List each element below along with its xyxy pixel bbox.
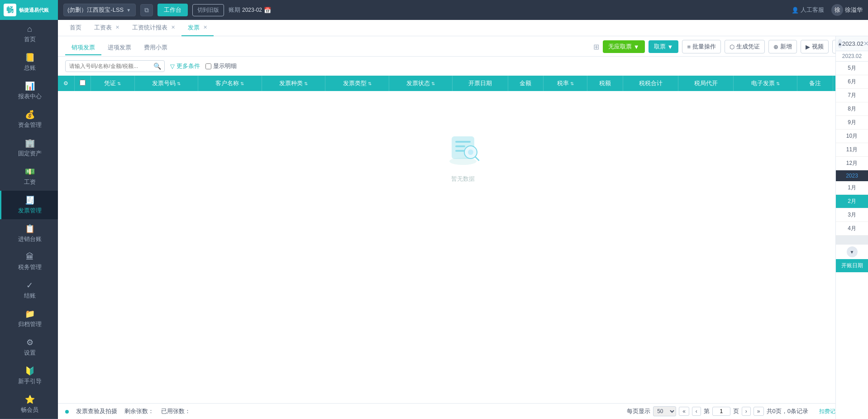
company-selector[interactable]: (勿删）江西股宝-LSS ▼: [63, 4, 136, 16]
sub-tab-expense-receipt[interactable]: 费用小票: [138, 41, 174, 55]
sidebar-item-general-ledger[interactable]: 📒 总账: [0, 48, 58, 77]
batch-ops-btn[interactable]: ≡ 批量操作: [682, 40, 721, 53]
date-panel-spacer: [836, 236, 868, 245]
prev-page-btn[interactable]: ‹: [692, 407, 701, 416]
sidebar-item-archive[interactable]: 📁 归档管理: [0, 304, 58, 333]
sub-tab-sales-invoice[interactable]: 销项发票: [65, 41, 101, 55]
sub-tab-purchase-invoice[interactable]: 进项发票: [101, 41, 138, 55]
show-detail-checkbox[interactable]: [205, 63, 211, 69]
sidebar-item-settings[interactable]: ⚙ 设置: [0, 333, 58, 361]
company-chevron-icon: ▼: [126, 8, 131, 13]
take-btn[interactable]: 取票 ▼: [649, 40, 679, 53]
customer-service-btn[interactable]: 👤 人工客服: [792, 6, 824, 14]
tab-bar: 首页 工资表 ✕ 工资统计报表 ✕ 发票 ✕: [58, 20, 868, 36]
date-month-6[interactable]: 6月: [836, 75, 868, 89]
col-invoice-type[interactable]: 发票种类⇅: [262, 76, 325, 91]
logo-icon: 畅: [4, 4, 16, 16]
select-all-checkbox[interactable]: [80, 80, 86, 86]
copy-company-btn[interactable]: ⧉: [140, 4, 153, 16]
date-month-5[interactable]: 5月: [836, 62, 868, 75]
col-settings[interactable]: ⚙: [58, 76, 74, 91]
show-detail-checkbox-wrap[interactable]: 显示明细: [205, 62, 237, 70]
page-input[interactable]: [712, 407, 730, 416]
video-btn[interactable]: ▶ 视频: [801, 40, 829, 53]
sidebar-label-payroll: 工资: [24, 178, 36, 186]
tab-payroll-close[interactable]: ✕: [115, 24, 119, 30]
sidebar-item-newbie[interactable]: 🔰 新手引导: [0, 361, 58, 390]
empty-illustration: [443, 127, 483, 169]
ledger-icon: 📒: [25, 53, 35, 63]
tab-invoice[interactable]: 发票 ✕: [181, 20, 214, 36]
tab-payroll-table[interactable]: 工资表 ✕: [88, 20, 126, 36]
col-checkbox[interactable]: [74, 76, 91, 91]
date-month-10[interactable]: 10月: [836, 130, 868, 143]
generate-voucher-btn[interactable]: ⬡ 生成凭证: [725, 40, 765, 53]
more-filter-btn[interactable]: ▽ 更多条件: [170, 62, 200, 70]
archive-icon: 📁: [25, 309, 35, 319]
next-page-btn[interactable]: ›: [742, 407, 751, 416]
col-tax: 税额: [587, 76, 623, 91]
svg-point-6: [468, 149, 473, 155]
funds-icon: 💰: [25, 110, 35, 120]
date-month-4[interactable]: 4月: [836, 222, 868, 236]
date-panel-close[interactable]: ✕: [863, 40, 868, 47]
tab-invoice-close[interactable]: ✕: [203, 24, 207, 30]
sidebar-item-payroll[interactable]: 💵 工资: [0, 162, 58, 191]
col-invoice-no[interactable]: 发票号码⇅: [134, 76, 198, 91]
tab-payroll-stats-close[interactable]: ✕: [171, 24, 175, 30]
col-voucher[interactable]: 凭证⇅: [91, 76, 134, 91]
col-invoice-status[interactable]: 发票状态⇅: [389, 76, 453, 91]
sidebar-item-member[interactable]: ⭐ 畅会员: [0, 390, 58, 419]
sidebar-label-reports: 报表中心: [18, 92, 42, 101]
workspace-button[interactable]: 工作台: [157, 4, 188, 16]
date-nav-up[interactable]: ▲: [838, 39, 842, 48]
date-month-12[interactable]: 12月: [836, 157, 868, 170]
sidebar-label-member: 畅会员: [21, 406, 38, 414]
tab-home[interactable]: 首页: [63, 20, 88, 36]
sidebar-item-checkout[interactable]: ✓ 结账: [0, 276, 58, 304]
new-btn[interactable]: ⊕ 新增: [768, 40, 797, 53]
search-input[interactable]: [65, 60, 165, 72]
sidebar-item-funds[interactable]: 💰 资金管理: [0, 105, 58, 134]
fixed-assets-icon: 🏢: [25, 138, 35, 148]
sidebar-item-reports[interactable]: 📊 报表中心: [0, 77, 58, 105]
user-profile-btn[interactable]: 徐 徐溢华: [831, 4, 863, 16]
sidebar-item-home[interactable]: ⌂ 首页: [0, 20, 58, 48]
date-month-8[interactable]: 8月: [836, 102, 868, 116]
open-period-btn[interactable]: 开账日期: [836, 259, 868, 272]
remaining-label: 剩余张数：: [124, 407, 154, 415]
sidebar-label-archive: 归档管理: [18, 320, 42, 328]
col-e-invoice[interactable]: 电子发票⇅: [734, 76, 797, 91]
date-month-3[interactable]: 3月: [836, 208, 868, 222]
app-logo: 畅 畅捷通易代账: [0, 0, 58, 20]
sidebar-item-fixed-assets[interactable]: 🏢 固定资产: [0, 134, 58, 162]
main-area: (勿删）江西股宝-LSS ▼ ⧉ 工作台 切到旧版 账期 2023-02 📅 👤…: [58, 0, 868, 419]
payroll-icon: 💵: [25, 167, 35, 177]
sidebar-label-funds: 资金管理: [18, 121, 42, 129]
old-version-button[interactable]: 切到旧版: [192, 4, 224, 16]
sidebar-item-sales-ledger[interactable]: 📋 进销台账: [0, 219, 58, 248]
sidebar-item-invoice-mgmt[interactable]: 🧾 发票管理: [0, 191, 58, 219]
sidebar-item-tax-mgmt[interactable]: 🏛 税务管理: [0, 248, 58, 276]
col-invoice-category[interactable]: 发票类型⇅: [325, 76, 389, 91]
date-month-1[interactable]: 1月: [836, 181, 868, 195]
date-nav-down[interactable]: ▼: [847, 246, 858, 257]
date-month-2[interactable]: 2月: [836, 195, 868, 208]
no-deduction-btn[interactable]: 无应取票 ▼: [603, 40, 645, 53]
first-page-btn[interactable]: «: [679, 407, 689, 416]
tab-payroll-stats[interactable]: 工资统计报表 ✕: [126, 20, 181, 36]
checkout-icon: ✓: [26, 280, 33, 290]
invoice-check-label: 发票查验及拍摄: [76, 407, 117, 415]
col-customer-name[interactable]: 客户名称⇅: [198, 76, 262, 91]
date-month-11[interactable]: 11月: [836, 143, 868, 157]
table-settings-icon[interactable]: ⊞: [593, 43, 599, 51]
date-panel-header: ▲ 2023.02 ✕: [836, 36, 868, 51]
date-panel: ▲ 2023.02 ✕ 2023.02 5月 6月 7月 8月 9月 10月 1…: [835, 36, 868, 419]
home-icon: ⌂: [27, 24, 32, 34]
last-page-btn[interactable]: »: [754, 407, 764, 416]
date-month-9[interactable]: 9月: [836, 116, 868, 130]
date-month-7[interactable]: 7月: [836, 89, 868, 102]
period-icon[interactable]: 📅: [264, 7, 271, 14]
col-tax-rate[interactable]: 税率⇅: [544, 76, 587, 91]
per-page-select[interactable]: 50 20 100: [653, 406, 676, 416]
